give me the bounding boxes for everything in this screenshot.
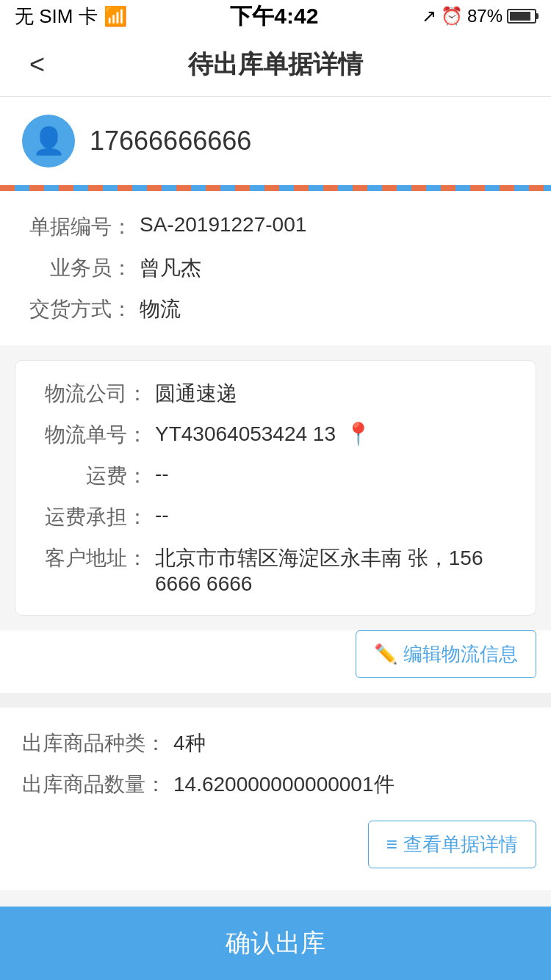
goods-type-label: 出库商品种类： [22,729,173,757]
delivery-method-label: 交货方式： [22,295,140,323]
battery-text: 87% [467,6,503,26]
freight-label: 运费： [37,462,155,490]
goods-quantity-label: 出库商品数量： [22,771,173,799]
tracking-number: YT43064053424 13 [155,422,336,446]
logistics-tracking-label: 物流单号： [37,421,155,449]
avatar: 👤 [22,115,75,167]
goods-quantity-row: 出库商品数量： 14.620000000000001件 [22,771,529,799]
address-value: 北京市市辖区海淀区永丰南 张，156 6666 6666 [155,544,514,596]
alarm-icon: ⏰ [441,6,463,26]
carrier-text: 无 SIM 卡 [15,4,98,29]
goods-type-value: 4种 [173,729,529,757]
edit-icon: ✏️ [374,643,397,666]
view-detail-label: 查看单据详情 [403,832,518,857]
stats-section: 出库商品种类： 4种 出库商品数量： 14.620000000000001件 [0,707,551,821]
edit-label: 编辑物流信息 [403,641,518,667]
confirm-button-bar[interactable]: 确认出库 [0,907,551,980]
freight-bearer-value: -- [155,503,514,527]
view-detail-button[interactable]: ≡ 查看单据详情 [368,821,536,868]
gps-icon: ↗ [422,6,436,26]
gray-divider [0,693,551,707]
delivery-method-value: 物流 [140,295,529,323]
content: 👤 17666666666 单据编号： SA-20191227-001 业务员：… [0,97,551,979]
address-label: 客户地址： [37,544,155,572]
status-right: ↗ ⏰ 87% [422,6,536,26]
freight-value: -- [155,462,514,486]
nav-bar: < 待出库单据详情 [0,32,551,97]
doc-number-label: 单据编号： [22,213,140,241]
customer-header: 👤 17666666666 [0,97,551,185]
logistics-company-value: 圆通速递 [155,380,514,408]
order-info-section: 单据编号： SA-20191227-001 业务员： 曾凡杰 交货方式： 物流 [0,191,551,345]
salesman-label: 业务员： [22,254,140,282]
freight-bearer-label: 运费承担： [37,503,155,531]
edit-logistics-button[interactable]: ✏️ 编辑物流信息 [356,630,536,678]
customer-phone: 17666666666 [90,126,251,156]
view-detail-btn-row: ≡ 查看单据详情 [0,821,551,890]
view-detail-icon: ≡ [386,833,397,856]
logistics-card: 物流公司： 圆通速递 物流单号： YT43064053424 13 📍 运费： … [15,360,536,616]
page-title: 待出库单据详情 [188,48,363,82]
doc-number-value: SA-20191227-001 [140,213,529,237]
address-row: 客户地址： 北京市市辖区海淀区永丰南 张，156 6666 6666 [37,544,514,596]
battery-icon [507,9,536,24]
delivery-method-row: 交货方式： 物流 [22,295,529,323]
goods-type-row: 出库商品种类： 4种 [22,729,529,757]
location-icon: 📍 [345,421,372,447]
back-button[interactable]: < [22,42,52,87]
status-bar: 无 SIM 卡 📶 下午4:42 ↗ ⏰ 87% [0,0,551,32]
status-time: 下午4:42 [230,1,318,32]
logistics-company-row: 物流公司： 圆通速递 [37,380,514,408]
status-left: 无 SIM 卡 📶 [15,4,127,29]
freight-bearer-row: 运费承担： -- [37,503,514,531]
dashed-separator [0,185,551,191]
doc-number-row: 单据编号： SA-20191227-001 [22,213,529,241]
salesman-row: 业务员： 曾凡杰 [22,254,529,282]
goods-quantity-value: 14.620000000000001件 [173,771,529,799]
avatar-icon: 👤 [32,126,65,156]
confirm-button-text: 确认出库 [226,926,325,960]
edit-btn-row: ✏️ 编辑物流信息 [0,630,551,693]
logistics-tracking-value: YT43064053424 13 📍 [155,421,514,447]
logistics-company-label: 物流公司： [37,380,155,408]
wifi-icon: 📶 [104,5,127,28]
freight-row: 运费： -- [37,462,514,490]
salesman-value: 曾凡杰 [140,254,529,282]
logistics-tracking-row: 物流单号： YT43064053424 13 📍 [37,421,514,449]
